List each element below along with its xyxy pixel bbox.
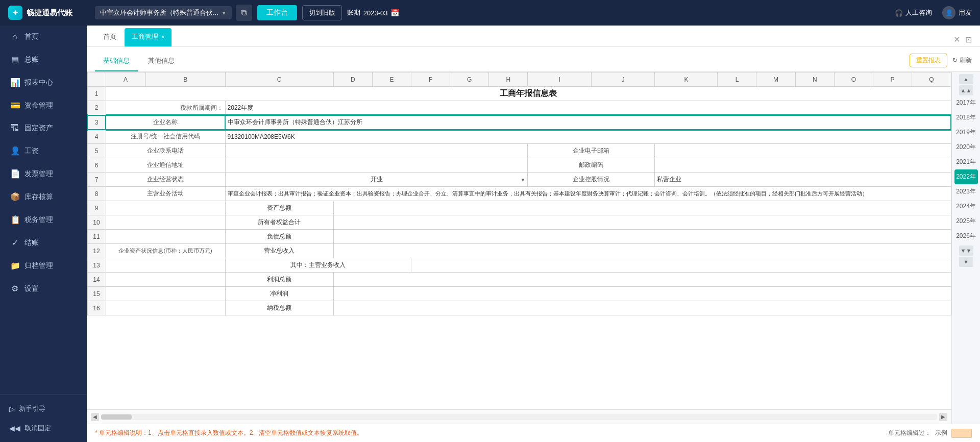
company-selector[interactable]: 中审众环会计师事务所（特殊普通合伙... ▼: [95, 6, 232, 19]
row-num-9: 9: [87, 201, 106, 215]
main-revenue-value[interactable]: [411, 258, 951, 273]
year-item-2017[interactable]: 2017年: [954, 95, 978, 110]
tab-close-icon[interactable]: ×: [161, 34, 164, 40]
address-label: 企业通信地址: [106, 158, 225, 173]
scroll-right-button[interactable]: ▶: [939, 413, 947, 421]
reset-report-button[interactable]: 重置报表: [910, 54, 947, 67]
year-item-2021[interactable]: 2021年: [954, 155, 978, 169]
row-num-4: 4: [87, 130, 106, 144]
total-revenue-label: 营业总收入: [225, 244, 333, 258]
spreadsheet-container[interactable]: A B C D E F G H I J: [87, 72, 951, 409]
sub-tab-basic[interactable]: 基础信息: [95, 53, 138, 71]
postal-value[interactable]: [655, 158, 951, 173]
period-label: 账期: [347, 8, 360, 17]
year-up-button[interactable]: ▲: [959, 74, 973, 84]
close-icon[interactable]: ✕: [953, 35, 960, 44]
address-value[interactable]: [225, 158, 528, 173]
expand-icon[interactable]: ⊡: [965, 35, 972, 44]
year-up-double-button[interactable]: ▲▲: [959, 85, 973, 95]
col-header-k: K: [655, 72, 718, 87]
total-profit-value[interactable]: [333, 273, 951, 287]
sidebar-item-tax[interactable]: 📋 税务管理: [0, 208, 87, 231]
table-row: 12 企业资产状况信息(币种：人民币万元) 营业总收入: [87, 244, 951, 258]
liability-value[interactable]: [333, 230, 951, 244]
total-revenue-value[interactable]: [333, 244, 951, 258]
year-sidebar: ▲ ▲▲ 2017年 2018年 2019年 2020年 2021年 2022年…: [951, 72, 980, 424]
equity-value[interactable]: [333, 215, 951, 230]
tab-home[interactable]: 首页: [95, 28, 125, 46]
year-item-2024[interactable]: 2024年: [954, 199, 978, 214]
unpin-button[interactable]: ◀◀ 取消固定: [0, 419, 87, 438]
col-header-a: A: [106, 72, 145, 87]
top-header: ✦ 畅捷通易代账 中审众环会计师事务所（特殊普通合伙... ▼ ⧉ 工作台 切到…: [0, 0, 980, 26]
main-layout: ⌂ 首页 ▤ 总账 📊 报表中心 💳 资金管理 🏗 固定资产 👤 工资: [0, 26, 980, 442]
equity-label: 所有者权益合计: [225, 215, 333, 230]
table-row: 3 企业名称 中审众环会计师事务所（特殊普通合伙）江苏分所: [87, 115, 951, 130]
year-item-2019[interactable]: 2019年: [954, 125, 978, 140]
footer-right: 单元格编辑过： 示例: [888, 429, 972, 438]
year-item-2025[interactable]: 2025年: [954, 214, 978, 229]
total-assets-value[interactable]: [333, 201, 951, 215]
sidebar-item-ledger[interactable]: ▤ 总账: [0, 48, 87, 71]
copy-button[interactable]: ⧉: [236, 5, 252, 21]
app-name: 畅捷通易代账: [27, 8, 72, 18]
sidebar-item-inventory[interactable]: 📦 库存核算: [0, 185, 87, 208]
holding-value[interactable]: 私营企业: [655, 173, 951, 187]
horizontal-scrollbar[interactable]: [101, 414, 937, 420]
email-value[interactable]: [655, 144, 951, 158]
scroll-left-button[interactable]: ◀: [91, 413, 99, 421]
new-guide-button[interactable]: ▷ 新手引导: [0, 399, 87, 419]
biz-status-value[interactable]: 开业: [225, 173, 528, 187]
sidebar-item-settings[interactable]: ⚙ 设置: [0, 277, 87, 300]
col-header-q: Q: [912, 72, 951, 87]
sidebar-item-invoice[interactable]: 📄 发票管理: [0, 162, 87, 185]
year-item-2018[interactable]: 2018年: [954, 110, 978, 125]
sidebar-item-label: 发票管理: [24, 169, 53, 179]
total-assets-label: 资产总额: [225, 201, 333, 215]
sidebar-item-close[interactable]: ✓ 结账: [0, 231, 87, 254]
sidebar-item-archive[interactable]: 📁 归档管理: [0, 254, 87, 277]
sidebar-item-assets[interactable]: 🏗 固定资产: [0, 117, 87, 139]
table-row: 1 工商年报信息表: [87, 87, 951, 101]
company-name-value[interactable]: 中审众环会计师事务所（特殊普通合伙）江苏分所: [225, 115, 951, 130]
table-row: 5 企业联系电话 企业电子邮箱: [87, 144, 951, 158]
refresh-icon: ↻: [952, 57, 958, 64]
workbench-button[interactable]: 工作台: [257, 5, 297, 20]
total-tax-value[interactable]: [333, 301, 951, 315]
sidebar-item-home[interactable]: ⌂ 首页: [0, 26, 87, 48]
year-item-2022[interactable]: 2022年: [954, 169, 978, 184]
unpin-label: 取消固定: [24, 424, 51, 433]
example-color-box: [951, 429, 972, 438]
consult-button[interactable]: 🎧 人工咨询: [895, 8, 932, 17]
refresh-button[interactable]: ↻ 刷新: [952, 56, 972, 65]
table-row: 4 注册号/统一社会信用代码 91320100MA208E5W6K: [87, 130, 951, 144]
col-header-h: H: [489, 72, 528, 87]
tab-business-mgmt[interactable]: 工商管理 ×: [125, 28, 172, 46]
phone-value[interactable]: [225, 144, 528, 158]
calendar-icon[interactable]: 📅: [390, 9, 399, 17]
sidebar-item-label: 工资: [24, 146, 39, 156]
col-header-c: C: [225, 72, 333, 87]
sidebar-item-label: 设置: [24, 284, 39, 293]
row2-value[interactable]: 2022年度: [225, 101, 951, 115]
sidebar-item-reports[interactable]: 📊 报表中心: [0, 71, 87, 94]
reg-no-value[interactable]: 91320100MA208E5W6K: [225, 130, 951, 144]
user-area[interactable]: 👤 用友: [942, 6, 972, 19]
year-item-2020[interactable]: 2020年: [954, 140, 978, 155]
company-name: 中审众环会计师事务所（特殊普通合伙...: [100, 8, 218, 17]
year-item-2023[interactable]: 2023年: [954, 184, 978, 199]
sidebar-item-finance[interactable]: 💳 资金管理: [0, 94, 87, 117]
table-row: 16 纳税总额: [87, 301, 951, 315]
sidebar-scroll: ⌂ 首页 ▤ 总账 📊 报表中心 💳 资金管理 🏗 固定资产 👤 工资: [0, 26, 87, 395]
sidebar-item-salary[interactable]: 👤 工资: [0, 139, 87, 162]
main-biz-value[interactable]: 审查企业会计报表；出具审计报告；验证企业资本；出具验资报告；办理企业合开、分立、…: [225, 187, 951, 201]
year-down-double-button[interactable]: ▼▼: [959, 245, 973, 256]
profit-row-label: [106, 273, 225, 287]
footer-bar: * 单元格编辑说明：1、点击单元格直接录入数值或文本。2、清空单元格数值或文本恢…: [87, 424, 980, 442]
year-item-2026[interactable]: 2026年: [954, 229, 978, 243]
switch-version-button[interactable]: 切到旧版: [302, 5, 342, 20]
avatar: 👤: [942, 6, 955, 19]
sub-tab-other[interactable]: 其他信息: [140, 53, 183, 71]
year-down-button[interactable]: ▼: [959, 257, 973, 267]
net-profit-value[interactable]: [333, 287, 951, 301]
